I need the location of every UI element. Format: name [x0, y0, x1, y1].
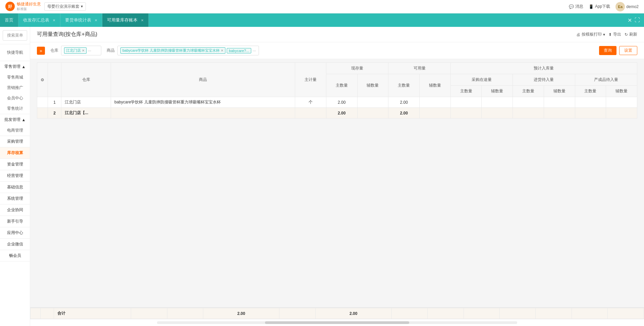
total-cell-stock-aux — [279, 308, 315, 319]
scroll-bar-thumb[interactable] — [265, 321, 409, 324]
sidebar-group-system-header[interactable]: 系统管理 — [0, 193, 30, 204]
tab-close-all-btn[interactable]: ✕ — [628, 17, 632, 24]
th-planned-group: 预计入库量 — [450, 63, 637, 74]
total-cell-warehouse: 合计 — [54, 308, 131, 319]
total-cell-unit — [167, 308, 203, 319]
message-label: 消息 — [575, 4, 583, 9]
settings-btn[interactable]: 设置 — [619, 46, 637, 55]
warehouse-tag: 江北门店 ✕ — [64, 47, 87, 54]
cell-unit: 个 — [295, 97, 326, 108]
sidebar-group-purchase-label: 采购管理 — [7, 139, 23, 144]
th-produced-main: 主数量 — [575, 86, 606, 97]
sidebar-group-newbie-header[interactable]: 新手引导 — [0, 216, 30, 227]
sidebar-item-quick-nav[interactable]: 快捷导航 — [0, 47, 30, 58]
th-unit: 主计量 — [295, 63, 326, 97]
message-btn[interactable]: 💬 消息 — [569, 4, 583, 9]
sidebar-group-enterprise-label: 企业协同 — [7, 207, 23, 213]
app-download-btn[interactable]: 📱 App下载 — [589, 4, 610, 9]
table-row: 1 江北门店 babycare学饮杯 儿童防摔防撞吸管杯重力球吸嘴杯宝宝水杯 个… — [37, 97, 637, 108]
scroll-bar-container[interactable] — [157, 321, 517, 324]
tab-income-summary-close[interactable]: ✕ — [53, 18, 55, 22]
footer-bar — [30, 319, 644, 326]
chevron-down-icon: ▾ — [81, 4, 83, 9]
sidebar-group-enterprise-header[interactable]: 企业协同 — [0, 204, 30, 216]
tab-order-stats-close[interactable]: ✕ — [95, 18, 97, 22]
cell-in-aux — [544, 97, 575, 108]
sidebar-group-purchase-header[interactable]: 采购管理 — [0, 136, 30, 147]
th-incoming-main: 主数量 — [513, 86, 544, 97]
warehouse-tag-value: 江北门店 — [66, 48, 81, 53]
cell-product-2 — [111, 108, 295, 119]
product-more-icon[interactable]: ··· — [253, 48, 256, 53]
warehouse-more-icon[interactable]: ··· — [88, 48, 91, 53]
tab-expand-btn[interactable]: ⛶ — [635, 17, 640, 23]
query-btn[interactable]: 查询 — [599, 46, 616, 55]
cell-prod-main-2 — [575, 108, 606, 119]
cell-settings-2 — [37, 108, 48, 119]
filter-actions: 查询 设置 — [599, 46, 637, 55]
refresh-btn[interactable]: ↻ 刷新 — [625, 32, 637, 37]
filter-product-input[interactable]: babycare学饮杯 儿童防摔防撞吸管杯重力球吸嘴杯宝宝水杯 ✕ babyca… — [117, 46, 259, 55]
cell-pt-aux-2 — [482, 108, 513, 119]
product-tag-1-close[interactable]: ✕ — [221, 49, 223, 52]
th-product: 商品 — [111, 63, 295, 97]
export-btn[interactable]: ⬆ 导出 — [608, 32, 621, 37]
template-print-btn[interactable]: 🖨 按模板打印 ▾ — [576, 32, 605, 37]
sidebar-group-inventory-header[interactable]: 库存核算 — [0, 147, 30, 158]
sidebar-item-ecommerce[interactable]: 电商管理 — [0, 125, 30, 136]
filter-warehouse-input[interactable]: 江北门店 ✕ ··· — [61, 46, 101, 55]
tab-income-summary[interactable]: 收发存汇总表 ✕ — [18, 13, 60, 27]
industry-select[interactable]: 母婴行业演示账套 ▾ — [44, 2, 86, 11]
cell-pt-main — [450, 97, 482, 108]
total-cell-product — [131, 308, 167, 319]
tab-order-stats[interactable]: 要货单统计表 ✕ — [60, 13, 102, 27]
tab-available-stock-label: 可用量库存账本 — [107, 17, 138, 23]
sidebar-item-marketing[interactable]: 营销推广 — [0, 83, 30, 93]
print-icon: 🖨 — [576, 32, 580, 37]
sidebar-group-retail: 零售管理 ▲ 零售商城 营销推广 会员中心 零售统计 — [0, 61, 30, 114]
tab-available-stock-close[interactable]: ✕ — [141, 18, 144, 22]
chevron-icon: ▲ — [22, 64, 26, 69]
cell-avail-aux — [420, 97, 451, 108]
sidebar-group-appcenter-header[interactable]: 应用中心 — [0, 227, 30, 238]
total-row: 合计 2.00 2.00 — [31, 308, 644, 319]
th-warehouse: 仓库 — [61, 63, 111, 97]
sidebar-group-wechat-label: 企业微信 — [7, 241, 23, 247]
table-area: ⚙ 仓库 商品 主计量 现存量 可用量 预计入库量 主数量 辅数量 主数量 辅数… — [30, 59, 644, 307]
sidebar-group-basic-header[interactable]: 基础信息 — [0, 182, 30, 193]
tab-home-label: 首页 — [5, 17, 13, 23]
sidebar-group-retail-header[interactable]: 零售管理 ▲ — [0, 61, 30, 72]
cell-avail-main: 2.00 — [388, 97, 420, 108]
product-tag-2: babycare?... — [227, 48, 251, 53]
search-menu-btn[interactable]: 搜索菜单 — [3, 30, 27, 41]
table-footer: 合计 2.00 2.00 — [30, 307, 644, 319]
sidebar-group-system-label: 系统管理 — [7, 196, 23, 201]
product-tag-1-value: babycare学饮杯 儿童防摔防撞吸管杯重力球吸嘴杯宝宝水杯 — [122, 48, 220, 53]
export-icon: ⬆ — [608, 32, 612, 37]
th-stock-aux: 辅数量 — [357, 74, 388, 97]
sidebar-group-wholesale-header[interactable]: 批发管理 ▲ — [0, 114, 30, 125]
sidebar-group-wechat-header[interactable]: 企业微信 — [0, 239, 30, 250]
cell-warehouse: 江北门店 — [61, 97, 111, 108]
sidebar-group-member-header[interactable]: 畅会员 — [0, 250, 30, 261]
sidebar-group-finance-header[interactable]: 资金管理 — [0, 159, 30, 170]
warehouse-tag-close[interactable]: ✕ — [82, 49, 85, 52]
sidebar-group-member: 畅会员 — [0, 250, 30, 262]
cell-in-main — [513, 97, 544, 108]
sidebar-item-retail-mall[interactable]: 零售商城 — [0, 72, 30, 83]
page-header: 可用量查询(按仓库+商品) 🖨 按模板打印 ▾ ⬆ 导出 ↻ 刷新 — [30, 27, 644, 42]
cell-stock-aux-2 — [357, 108, 388, 119]
sidebar-group-retail-label: 零售管理 — [4, 64, 20, 69]
sidebar-group-operation-header[interactable]: 经营管理 — [0, 170, 30, 181]
filter-toggle-btn[interactable]: » — [37, 47, 45, 55]
tab-available-stock[interactable]: 可用量库存账本 ✕ — [102, 13, 149, 27]
sidebar-item-retail-stats[interactable]: 零售统计 — [0, 103, 30, 114]
total-cell-avail-main: 2.00 — [315, 308, 391, 319]
tab-home[interactable]: 首页 — [0, 13, 18, 27]
total-cell-prod-aux — [608, 308, 644, 319]
th-avail-main: 主数量 — [388, 74, 420, 97]
industry-label: 母婴行业演示账套 — [47, 4, 79, 9]
sidebar-item-member-center[interactable]: 会员中心 — [0, 93, 30, 103]
th-avail-aux: 辅数量 — [420, 74, 451, 97]
user-area[interactable]: Ea demo2 — [615, 2, 639, 11]
